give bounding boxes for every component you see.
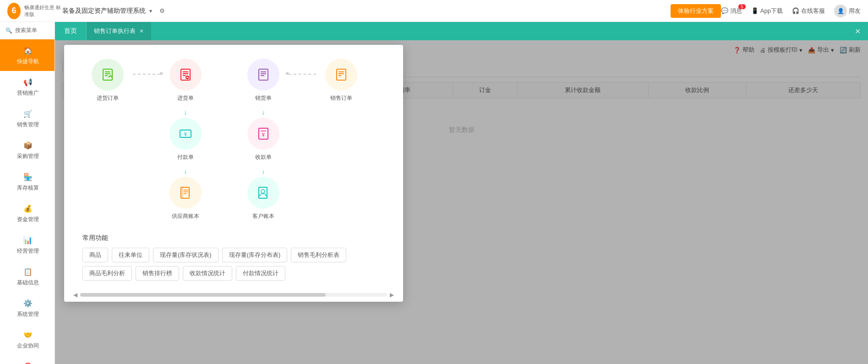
tab-sales-order[interactable]: 销售订单执行表 ✕ (87, 22, 151, 40)
common-btn-sales-margin[interactable]: 销售毛利分析表 (291, 248, 346, 262)
flow-node-supplier-ledger[interactable]: 供应商账本 (160, 177, 211, 220)
supplier-ledger-label: 供应商账本 (172, 212, 199, 220)
sidebar-item-newbie[interactable]: 🎯 新手引导 (0, 355, 55, 364)
operation-label: 经营管理 (17, 247, 39, 255)
tab-bar: 首页 销售订单执行表 ✕ ✕ (55, 22, 868, 40)
customer-ledger-icon (247, 177, 279, 209)
common-btn-sales-rank[interactable]: 销售排行榜 (136, 266, 179, 281)
flow-node-sales-order[interactable]: 销售订单 (316, 59, 366, 102)
flow-row-3: 供应商账本 客户账本 (82, 177, 385, 220)
message-icon: 💬 (721, 7, 728, 14)
v2-spacer-3 (211, 168, 238, 175)
scroll-track[interactable] (80, 293, 387, 297)
system-dropdown-btn[interactable]: ▾ (149, 8, 152, 14)
finance-icon: 💰 (22, 203, 33, 214)
finance-label: 资金管理 (17, 216, 39, 223)
message-badge: 5 (738, 4, 746, 9)
message-btn[interactable]: 💬 消息 5 (721, 7, 742, 15)
svg-text:¥: ¥ (262, 131, 265, 138)
purchase-receipt-icon (169, 59, 202, 91)
logo-area: 6 畅康通好生意 标准版 (7, 3, 62, 19)
modal-overlay[interactable]: 进货订单 (55, 40, 868, 364)
newbie-icon: 🎯 (22, 361, 33, 364)
sidebar-item-operation[interactable]: 📊 经营管理 (0, 229, 55, 261)
svg-rect-10 (259, 69, 268, 80)
common-btn-goods[interactable]: 商品 (82, 248, 108, 262)
search-menu-label: 搜索菜单 (15, 27, 37, 34)
flow-node-receipt[interactable]: ¥ 收款单 (238, 118, 289, 161)
search-menu-btn[interactable]: 🔍 搜索菜单 (0, 22, 55, 39)
tab-home[interactable]: 首页 (55, 22, 87, 40)
header-right: 💬 消息 5 📱 App下载 🎧 在线客服 👤 用友 (721, 5, 861, 17)
modal-scrollbar: ◀ ▶ (64, 290, 403, 302)
settings-btn[interactable]: ⚙ (156, 5, 169, 17)
sidebar-item-quick-nav[interactable]: 🏠 快捷导航 (0, 39, 55, 71)
v-spacer-2 (133, 109, 160, 116)
customer-ledger-label: 客户账本 (252, 212, 274, 220)
download-icon: 📱 (751, 7, 759, 14)
app-download-btn[interactable]: 📱 App下载 (751, 7, 783, 15)
purchase-label: 采购管理 (17, 152, 39, 160)
purchase-order-icon (92, 59, 124, 91)
sales-order-icon (325, 59, 357, 91)
common-btn-goods-margin[interactable]: 商品毛利分析 (82, 266, 132, 281)
sidebar-item-purchase[interactable]: 📦 采购管理 (0, 134, 55, 166)
user-area[interactable]: 👤 用友 (834, 5, 861, 17)
modal-box: 进货订单 (64, 45, 403, 302)
common-section-title: 常用功能 (82, 234, 385, 242)
quick-nav-label: 快捷导航 (17, 58, 39, 65)
receipt-label: 收款单 (255, 153, 272, 161)
v2-spacer-1 (82, 168, 133, 175)
inventory-label: 库存核算 (17, 184, 39, 192)
tab-sales-order-label: 销售订单执行表 (94, 27, 136, 35)
tab-close-btn[interactable]: ✕ (139, 28, 144, 34)
sidebar-item-system[interactable]: ⚙️ 系统管理 (0, 292, 55, 324)
system-title-area: 装备及固定资产辅助管理系统 ▾ ⚙ (62, 5, 671, 17)
operation-icon: 📊 (22, 234, 33, 245)
scroll-right-btn[interactable]: ▶ (390, 292, 394, 298)
v-arrow-purchase: ↓ (160, 109, 211, 116)
system-icon: ⚙️ (22, 298, 33, 309)
v-arrow-payment: ↓ (160, 168, 211, 175)
scroll-left-btn[interactable]: ◀ (73, 292, 77, 298)
enterprise-icon: 🤝 (22, 329, 33, 340)
top-header: 6 畅康通好生意 标准版 装备及固定资产辅助管理系统 ▾ ⚙ 体验行业方案 💬 … (0, 0, 868, 22)
svg-point-29 (261, 190, 265, 193)
flow-node-sales-receipt[interactable]: 销货单 (238, 59, 289, 102)
sidebar-item-enterprise[interactable]: 🤝 企业协同 (0, 324, 55, 355)
sidebar-item-marketing[interactable]: 📢 营销推广 (0, 71, 55, 103)
flow-row-2: ¥ 付款单 ¥ (82, 118, 385, 161)
main-area: 首页 销售订单执行表 ✕ ✕ ❓ 帮助 🖨 按模板打印 ▾ 📤 (55, 22, 868, 364)
svg-text:¥: ¥ (184, 131, 187, 137)
logo-text: 畅康通好生意 标准版 (24, 4, 62, 17)
experience-btn[interactable]: 体验行业方案 (671, 4, 721, 18)
flow-node-purchase-order[interactable]: 进货订单 (82, 59, 133, 102)
common-btn-partners[interactable]: 往来单位 (112, 248, 149, 262)
v-arrows-row-2: ↓ ↓ (82, 168, 385, 175)
sidebar-item-sales[interactable]: 🛒 销售管理 (0, 103, 55, 134)
svg-rect-24 (182, 187, 183, 198)
arrow-sales-order-to-receipt (289, 74, 316, 87)
sidebar-item-basic-info[interactable]: 📋 基础信息 (0, 261, 55, 292)
flow-node-purchase-receipt[interactable]: 进货单 (160, 59, 211, 102)
common-btns-container: 商品 往来单位 现存量(库存状况表) 现存量(库存分布表) 销售毛利分析表 商品… (82, 248, 385, 281)
marketing-label: 营销推广 (17, 89, 39, 97)
sidebar-item-finance[interactable]: 💰 资金管理 (0, 197, 55, 229)
app-download-label: App下载 (760, 7, 783, 15)
online-service-btn[interactable]: 🎧 在线客服 (792, 7, 825, 15)
flow-node-payment[interactable]: ¥ 付款单 (160, 118, 211, 161)
common-btn-payment-stats[interactable]: 付款情况统计 (236, 266, 285, 281)
v-spacer-3 (211, 109, 238, 116)
purchase-icon: 📦 (22, 140, 33, 151)
common-section: 常用功能 商品 往来单位 现存量(库存状况表) 现存量(库存分布表) 销售毛利分… (64, 234, 403, 290)
common-btn-stock-dist[interactable]: 现存量(库存分布表) (222, 248, 288, 262)
tab-bar-close-btn[interactable]: ✕ (847, 27, 868, 36)
svg-rect-14 (337, 69, 346, 80)
common-btn-receipt-stats[interactable]: 收款情况统计 (183, 266, 232, 281)
payment-label: 付款单 (177, 153, 194, 161)
sidebar-item-inventory[interactable]: 🏪 库存核算 (0, 166, 55, 197)
flow-row-1: 进货订单 (82, 59, 385, 102)
common-btn-stock-status[interactable]: 现存量(库存状况表) (153, 248, 218, 262)
flow-node-customer-ledger[interactable]: 客户账本 (238, 177, 289, 220)
basic-info-label: 基础信息 (17, 279, 39, 287)
